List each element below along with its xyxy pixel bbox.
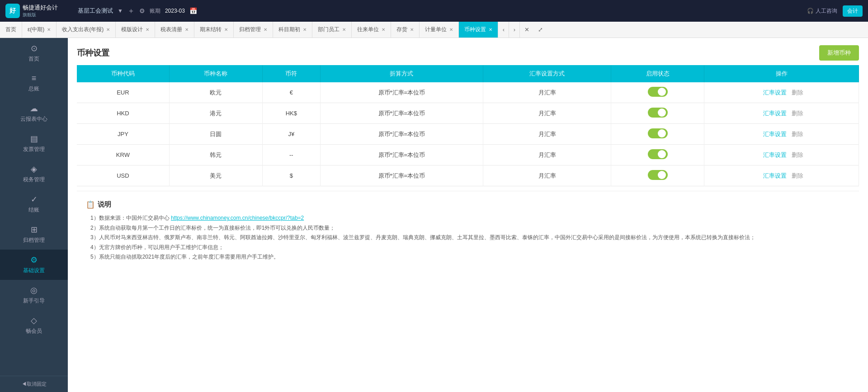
- cell-toggle-0[interactable]: [611, 82, 704, 103]
- delete-link-2[interactable]: 删除: [792, 131, 803, 137]
- calendar-icon[interactable]: 📅: [189, 7, 197, 14]
- tab-mid-close[interactable]: ✕: [47, 27, 51, 32]
- sidebar-collapse-btn[interactable]: ◀取消固定: [0, 376, 68, 392]
- cell-method-3: 原币*汇率=本位币: [320, 145, 483, 165]
- note-line-4: 4）无官方牌价的币种，可以用用户手工维护汇率信息；: [90, 243, 850, 253]
- tab-archive[interactable]: 归档管理 ✕: [234, 22, 273, 38]
- tab-close-all-btn[interactable]: ✕: [520, 22, 533, 38]
- tab-tax[interactable]: 税表清册 ✕: [155, 22, 194, 38]
- tab-inventory-label: 存货: [396, 26, 407, 33]
- tab-subject[interactable]: 科目期初 ✕: [273, 22, 312, 38]
- table-row: USD 美元 $ 原币*汇率=本位币 月汇率 汇率设置 删除: [77, 165, 859, 186]
- sidebar-invoice-label: 发票管理: [23, 146, 45, 153]
- tab-tax-close[interactable]: ✕: [185, 27, 189, 32]
- delete-link-1[interactable]: 删除: [792, 110, 803, 117]
- tab-unit[interactable]: 计量单位 ✕: [420, 22, 459, 38]
- toggle-3[interactable]: [648, 149, 668, 159]
- toggle-1[interactable]: [648, 108, 668, 118]
- notes-content: 1）数据来源：中国外汇交易中心 https://www.chinamoney.c…: [86, 213, 850, 262]
- tab-unit-close[interactable]: ✕: [449, 27, 453, 32]
- help-button[interactable]: 🎧 人工咨询: [807, 7, 837, 15]
- delete-link-0[interactable]: 删除: [792, 89, 803, 96]
- tab-currency[interactable]: 币种设置 ✕: [459, 22, 498, 38]
- rate-link-1[interactable]: 汇率设置: [763, 110, 787, 117]
- reports-icon: ☁: [30, 104, 38, 113]
- notes-section: 📋 说明 1）数据来源：中国外汇交易中心 https://www.chinamo…: [77, 191, 859, 271]
- period-value: 2023-03: [165, 8, 185, 14]
- sidebar-item-tax[interactable]: ◈ 税务管理: [0, 159, 68, 189]
- rate-link-3[interactable]: 汇率设置: [763, 151, 787, 158]
- sidebar-member-label: 畅会员: [26, 327, 42, 335]
- top-bar: 好 畅捷通好会计 旗舰版 基层工会测试 ▼ ＋ ⚙ 账期 2023-03 📅 🎧…: [0, 0, 868, 22]
- delete-link-4[interactable]: 删除: [792, 172, 803, 179]
- tab-closing[interactable]: 期末结转 ✕: [194, 22, 234, 38]
- toggle-4[interactable]: [648, 170, 668, 180]
- page-header: 币种设置 新增币种: [68, 38, 868, 65]
- delete-link-3[interactable]: 删除: [792, 151, 803, 158]
- rate-link-0[interactable]: 汇率设置: [763, 89, 787, 96]
- tab-closing-close[interactable]: ✕: [224, 27, 228, 32]
- period-label: 账期: [150, 7, 160, 15]
- settings-icon[interactable]: ⚙: [139, 7, 145, 14]
- notes-link[interactable]: https://www.chinamoney.com.cn/chinese/bk…: [171, 215, 304, 221]
- tab-prev-btn[interactable]: ‹: [498, 22, 509, 38]
- sidebar-item-closing[interactable]: ✓ 结账: [0, 189, 68, 219]
- rate-link-2[interactable]: 汇率设置: [763, 131, 787, 137]
- invoice-icon: ▤: [30, 134, 38, 144]
- company-dropdown-icon[interactable]: ▼: [118, 8, 123, 14]
- tab-vendor[interactable]: 往来单位 ✕: [352, 22, 391, 38]
- col-rate-type: 汇率设置方式: [483, 65, 611, 82]
- tab-maximize-btn[interactable]: ⤢: [533, 22, 547, 38]
- cell-code-3: KRW: [77, 145, 169, 165]
- tab-template-close[interactable]: ✕: [146, 27, 149, 32]
- sidebar-item-invoice[interactable]: ▤ 发票管理: [0, 128, 68, 159]
- sidebar-item-archive[interactable]: ⊞ 归档管理: [0, 219, 68, 250]
- tab-subject-label: 科目期初: [278, 26, 300, 33]
- tab-mid[interactable]: ε(中期) ✕: [22, 22, 57, 38]
- tab-income-close[interactable]: ✕: [106, 27, 110, 32]
- cell-symbol-3: --: [262, 145, 320, 165]
- cell-actions-1: 汇率设置 删除: [704, 103, 859, 124]
- tab-inventory-close[interactable]: ✕: [410, 27, 414, 32]
- tab-home[interactable]: 首页: [0, 22, 22, 38]
- sidebar-item-reports[interactable]: ☁ 云报表中心: [0, 98, 68, 128]
- account-button[interactable]: 会计: [843, 5, 863, 17]
- tab-dept-close[interactable]: ✕: [342, 27, 346, 32]
- sidebar: ⊙ 首页 ≡ 总账 ☁ 云报表中心 ▤ 发票管理 ◈ 税务管理 ✓ 结账 ⊞ 归…: [0, 38, 68, 392]
- new-currency-button[interactable]: 新增币种: [819, 45, 859, 61]
- add-tab-icon[interactable]: ＋: [127, 6, 135, 16]
- tab-subject-close[interactable]: ✕: [303, 27, 307, 32]
- sidebar-item-ledger[interactable]: ≡ 总账: [0, 68, 68, 98]
- cell-actions-0: 汇率设置 删除: [704, 82, 859, 103]
- tab-dept[interactable]: 部门员工 ✕: [312, 22, 352, 38]
- cell-toggle-1[interactable]: [611, 103, 704, 124]
- tab-income[interactable]: 收入支出表(年报) ✕: [57, 22, 116, 38]
- rate-link-4[interactable]: 汇率设置: [763, 172, 787, 179]
- tab-currency-close[interactable]: ✕: [489, 27, 492, 32]
- sidebar-item-home[interactable]: ⊙ 首页: [0, 38, 68, 68]
- note-line-3: 3）人民币对马来西亚林吉特、俄罗斯卢布、南非兰特、韩元、阿联酋迪拉姆、沙特里亚尔…: [90, 233, 850, 243]
- tab-next-btn[interactable]: ›: [509, 22, 520, 38]
- sidebar-item-settings[interactable]: ⚙ 基础设置: [0, 250, 68, 280]
- cell-toggle-3[interactable]: [611, 145, 704, 165]
- cell-toggle-2[interactable]: [611, 124, 704, 145]
- cell-symbol-0: €: [262, 82, 320, 103]
- notes-icon: 📋: [86, 200, 95, 209]
- tab-vendor-close[interactable]: ✕: [382, 27, 385, 32]
- sidebar-item-member[interactable]: ◇ 畅会员: [0, 310, 68, 340]
- cell-toggle-4[interactable]: [611, 165, 704, 186]
- tab-inventory[interactable]: 存货 ✕: [391, 22, 420, 38]
- tab-template[interactable]: 模版设计 ✕: [116, 22, 155, 38]
- toggle-2[interactable]: [648, 128, 668, 138]
- tab-vendor-label: 往来单位: [357, 26, 379, 33]
- company-name[interactable]: 基层工会测试: [78, 7, 113, 15]
- cell-symbol-2: J¥: [262, 124, 320, 145]
- col-name: 币种名称: [169, 65, 262, 82]
- col-actions: 操作: [704, 65, 859, 82]
- sidebar-item-guide[interactable]: ◎ 新手引导: [0, 280, 68, 310]
- toggle-0[interactable]: [648, 87, 668, 97]
- table-row: JPY 日圆 J¥ 原币*汇率=本位币 月汇率 汇率设置 删除: [77, 124, 859, 145]
- tab-archive-label: 归档管理: [239, 26, 261, 33]
- tab-closing-label: 期末结转: [200, 26, 222, 33]
- tab-archive-close[interactable]: ✕: [264, 27, 267, 32]
